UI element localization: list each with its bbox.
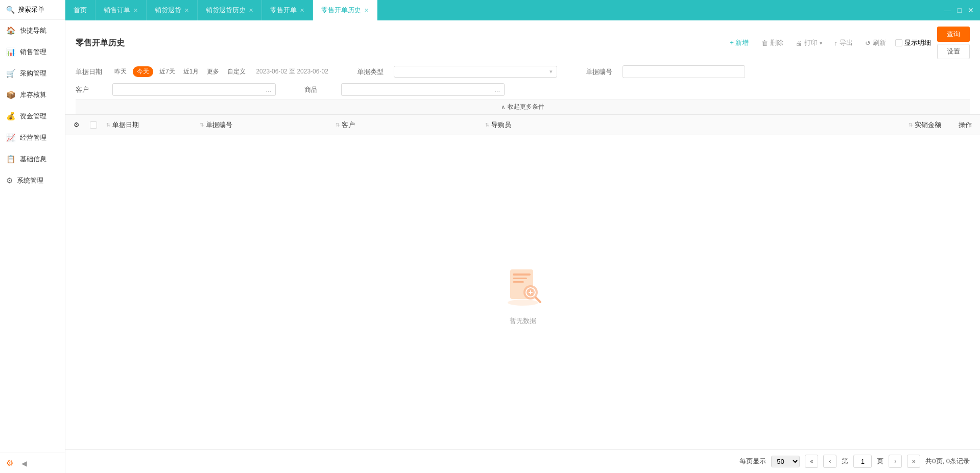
date-btn-more[interactable]: 更多 (205, 66, 221, 77)
tab-close-icon[interactable]: ✕ (133, 7, 138, 14)
page-prev-button[interactable]: ‹ (823, 455, 836, 468)
customer-input[interactable]: ... (112, 83, 276, 96)
tab-close-icon[interactable]: ✕ (249, 7, 253, 14)
sort-icon: ⇅ (485, 122, 489, 128)
export-button[interactable]: ↑ 导出 (831, 36, 856, 49)
type-filter-label: 单据类型 (357, 67, 386, 77)
sidebar-item-purchase-mgmt[interactable]: 🛒 采购管理 (0, 63, 65, 84)
delete-button[interactable]: 🗑 删除 (758, 36, 786, 49)
th-number[interactable]: ⇅ 单据编号 (196, 120, 331, 130)
sidebar-item-sys-mgmt[interactable]: ⚙ 系统管理 (0, 170, 65, 191)
page-next-button[interactable]: › (889, 455, 902, 468)
type-select[interactable]: ▾ (394, 66, 557, 78)
customer-dots-icon[interactable]: ... (266, 86, 271, 93)
svg-point-0 (508, 300, 538, 306)
sidebar-item-label: 销售管理 (20, 47, 46, 57)
th-date[interactable]: ⇅ 单据日期 (102, 120, 196, 130)
sort-icon: ⇅ (200, 122, 204, 128)
sidebar-item-sales-mgmt[interactable]: 📊 销售管理 (0, 41, 65, 63)
page-title: 零售开单历史 (76, 38, 125, 48)
sidebar-item-base-info[interactable]: 📋 基础信息 (0, 148, 65, 170)
customer-filter-label: 客户 (76, 85, 104, 94)
per-page-label: 每页显示 (739, 457, 766, 466)
svg-rect-2 (513, 273, 531, 276)
sidebar-search[interactable]: 🔍 搜索采单 (0, 0, 65, 20)
refresh-button[interactable]: ↺ 刷新 (862, 36, 889, 49)
collapse-icon[interactable]: ◀ (21, 459, 27, 467)
sidebar: 🔍 搜索采单 🏠 快捷导航 📊 销售管理 🛒 采购管理 📦 库存核算 💰 资金管… (0, 0, 65, 473)
sort-icon: ⇅ (106, 122, 110, 128)
purchase-icon: 🛒 (6, 69, 16, 78)
number-input[interactable] (623, 65, 745, 78)
sidebar-item-finance[interactable]: 💰 资金管理 (0, 106, 65, 127)
show-detail-toggle[interactable]: 显示明细 (895, 38, 931, 47)
tab-close-icon[interactable]: ✕ (184, 7, 189, 14)
date-shortcuts: 昨天 今天 近7天 近1月 更多 自定义 (112, 66, 248, 77)
settings-button[interactable]: 设置 (937, 44, 970, 59)
column-settings-icon[interactable]: ⚙ (74, 121, 80, 129)
date-filter-label: 单据日期 (76, 67, 104, 77)
th-customer[interactable]: ⇅ 客户 (331, 120, 482, 130)
page-unit: 页 (877, 457, 883, 466)
tab-close-icon[interactable]: ✕ (364, 7, 369, 14)
goods-input[interactable]: ... (341, 83, 505, 96)
query-button[interactable]: 查询 (937, 27, 970, 42)
tab-retail-open[interactable]: 零售开单 ✕ (262, 0, 313, 20)
number-filter-label: 单据编号 (586, 67, 614, 77)
add-button[interactable]: + 新增 (727, 36, 752, 49)
tab-sales-order[interactable]: 销售订单 ✕ (95, 0, 147, 20)
collapse-bar[interactable]: ∧ 收起更多条件 (76, 99, 970, 114)
search-icon: 🔍 (6, 6, 15, 14)
per-page-select[interactable]: 50 10 20 100 (771, 456, 800, 467)
table-header: ⚙ ⇅ 单据日期 ⇅ 单据编号 ⇅ 客户 ⇅ (65, 115, 980, 135)
date-btn-1month[interactable]: 近1月 (181, 66, 201, 77)
checkbox-show-detail[interactable] (895, 39, 902, 46)
date-btn-today[interactable]: 今天 (133, 66, 153, 77)
sidebar-item-quick-nav[interactable]: 🏠 快捷导航 (0, 20, 65, 41)
filter-row-1: 单据日期 昨天 今天 近7天 近1月 更多 自定义 2023-06-02 至 2… (76, 65, 970, 78)
th-salesperson[interactable]: ⇅ 导购员 (481, 120, 575, 130)
settings-icon[interactable]: ⚙ (6, 458, 13, 468)
content-area: 零售开单历史 + 新增 🗑 删除 🖨 打印 ▾ ↑ 导出 (65, 20, 980, 473)
date-btn-yesterday[interactable]: 昨天 (112, 66, 129, 77)
export-icon: ↑ (834, 39, 838, 47)
print-button[interactable]: 🖨 打印 ▾ (793, 36, 825, 49)
toolbar: + 新增 🗑 删除 🖨 打印 ▾ ↑ 导出 ↺ (727, 27, 970, 59)
svg-rect-4 (513, 281, 524, 283)
date-btn-custom[interactable]: 自定义 (225, 66, 248, 77)
sidebar-item-operations[interactable]: 📈 经营管理 (0, 127, 65, 148)
finance-icon: 💰 (6, 112, 16, 121)
sidebar-item-inventory[interactable]: 📦 库存核算 (0, 84, 65, 106)
date-range-display: 2023-06-02 至 2023-06-02 (256, 67, 328, 76)
sales-icon: 📊 (6, 47, 16, 57)
page-last-button[interactable]: » (907, 455, 920, 468)
select-all-checkbox[interactable] (90, 121, 97, 129)
tab-retail-history[interactable]: 零售开单历史 ✕ (313, 0, 377, 20)
th-checkbox[interactable] (86, 121, 102, 129)
goods-dots-icon[interactable]: ... (494, 86, 500, 93)
tab-close-icon[interactable]: ✕ (300, 7, 304, 14)
date-btn-7days[interactable]: 近7天 (157, 66, 177, 77)
th-settings[interactable]: ⚙ (69, 121, 86, 129)
base-info-icon: 📋 (6, 155, 16, 164)
home-icon: 🏠 (6, 26, 16, 35)
minimize-icon[interactable]: — (944, 6, 951, 14)
tab-sales-return[interactable]: 销货退货 ✕ (147, 0, 198, 20)
sidebar-item-label: 系统管理 (17, 176, 43, 185)
maximize-icon[interactable]: □ (958, 6, 962, 14)
pagination-bar: 每页显示 50 10 20 100 « ‹ 第 页 › » 共0页, 0条记录 (65, 449, 980, 473)
th-amount[interactable]: ⇅ 实销金额 (866, 120, 945, 130)
svg-rect-3 (513, 278, 527, 279)
sidebar-item-label: 快捷导航 (20, 26, 46, 35)
tab-sales-return-history[interactable]: 销货退货历史 ✕ (198, 0, 262, 20)
tab-home[interactable]: 首页 (65, 0, 95, 20)
sidebar-item-label: 库存核算 (20, 90, 46, 99)
close-window-icon[interactable]: ✕ (968, 6, 974, 14)
page-number-input[interactable] (853, 455, 872, 468)
inventory-icon: 📦 (6, 90, 16, 99)
goods-filter-label: 商品 (304, 85, 333, 94)
page-first-button[interactable]: « (805, 455, 818, 468)
th-action: 操作 (945, 120, 976, 130)
filter-row-2: 客户 ... 商品 ... (76, 83, 970, 96)
refresh-icon: ↺ (865, 39, 871, 47)
